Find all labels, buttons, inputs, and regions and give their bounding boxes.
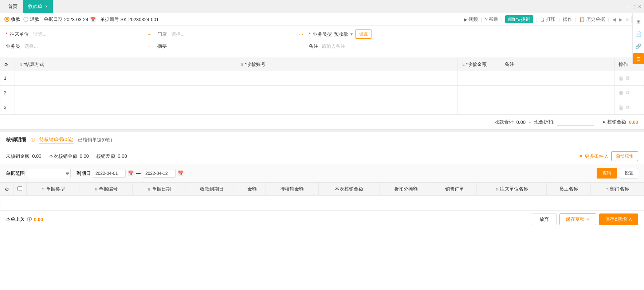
help-icon: ? [485, 17, 487, 22]
operate-button[interactable]: 操作 [563, 16, 572, 23]
bottom-col-checkbox[interactable] [13, 183, 27, 196]
settlement-cell-3[interactable] [15, 100, 236, 115]
list-view-icon[interactable]: ≡ [625, 16, 629, 23]
date-to-input[interactable] [143, 169, 176, 178]
account-cell-2[interactable] [236, 86, 457, 100]
sidebar-table-icon[interactable]: ⊞ [633, 16, 644, 27]
print-button[interactable]: 🖨 打印 [540, 16, 555, 23]
sidebar-attach-icon[interactable]: 🔗 [633, 41, 644, 52]
radio-receive[interactable]: 收款 [4, 16, 20, 23]
delete-icon-2[interactable]: 🗑 [619, 90, 624, 96]
copy-icon-3[interactable]: ⧉ [626, 104, 629, 110]
business-type-dropdown[interactable]: ▾ [350, 31, 353, 37]
sort-icon-number: ⇅ [95, 187, 98, 191]
bottom-col-settings[interactable]: ⚙ [0, 183, 13, 196]
notes-cell-2[interactable] [501, 86, 614, 100]
nav-prev-icon[interactable]: ◀ [612, 17, 616, 22]
store-more-btn[interactable]: ··· [299, 31, 303, 37]
video-button[interactable]: ▶ 视频 [464, 16, 478, 23]
discard-button[interactable]: 放弃 [532, 213, 557, 225]
col-number-label: 单据编号 [99, 186, 118, 192]
sort-icon-dept: ⇅ [606, 187, 609, 191]
date-range: 📅 — 📅 [93, 169, 184, 178]
query-button[interactable]: 查询 [597, 168, 617, 179]
auto-reconcile-button[interactable]: 自动核销 [611, 151, 638, 161]
settlement-cell-1[interactable] [15, 71, 236, 86]
shortcut-label: 快捷键 [516, 16, 530, 23]
footer-info-icon[interactable]: ⓘ [27, 216, 32, 223]
filter-setting-button[interactable]: 设置 [620, 168, 638, 179]
summary-input[interactable] [169, 42, 303, 50]
notes-label: 备注 [309, 43, 318, 50]
action-cell-3: 🗑 ⧉ [615, 100, 644, 115]
delete-icon-3[interactable]: 🗑 [619, 105, 624, 110]
range-label: 单据范围 [6, 170, 25, 177]
help-button[interactable]: ? 帮助 [485, 16, 498, 23]
reconciliation-section: 核销明细 ⓘ 待核销单据(0笔) 已核销单据(0笔) 未核销金额 0.00 本次… [0, 130, 644, 210]
copy-icon-1[interactable]: ⧉ [626, 75, 629, 81]
window-minimize-icon[interactable]: — [625, 4, 631, 9]
save-draft-button[interactable]: 保存草稿 ∧ [559, 213, 596, 225]
footer-left: 本单上欠 ⓘ 0.00 [6, 216, 43, 223]
nav-next-icon[interactable]: ▶ [619, 17, 623, 22]
table-wrapper: ⚙ ⇅ *结算方式 ⇅ *收款账号 ⇅ *收款金额 备注 [0, 58, 644, 115]
amount-cell-2[interactable] [457, 86, 501, 100]
range-select[interactable] [27, 169, 71, 178]
amount-cell-3[interactable] [457, 100, 501, 115]
select-all-checkbox[interactable] [17, 186, 22, 191]
radio-refund-dot [23, 17, 28, 22]
account-cell-1[interactable] [236, 71, 457, 86]
date-to-calendar-icon[interactable]: 📅 [178, 171, 184, 176]
sort-icon-date: ⇅ [148, 187, 150, 191]
store-input[interactable] [169, 30, 297, 38]
reconciliation-header: 核销明细 ⓘ 待核销单据(0笔) 已核销单据(0笔) [0, 132, 644, 148]
single-number-value: SK-20230324-001 [121, 17, 159, 22]
more-filter-btn[interactable]: ▼ 更多条件 ∧ [578, 153, 608, 160]
copy-icon-2[interactable]: ⧉ [626, 90, 629, 96]
video-label: 视频 [468, 16, 478, 23]
tab-home[interactable]: 首页 [3, 0, 23, 13]
tab-close-icon[interactable]: × [45, 4, 48, 9]
sidebar-document-icon[interactable]: 📄 [633, 28, 644, 39]
counterpart-input[interactable] [31, 30, 145, 38]
window-close-icon[interactable]: × [638, 4, 641, 9]
date-from-calendar-icon[interactable]: 📅 [128, 171, 134, 176]
notes-input[interactable] [321, 42, 638, 50]
account-cell-3[interactable] [236, 100, 457, 115]
date-calendar-icon[interactable]: 📅 [90, 17, 96, 22]
notes-cell-1[interactable] [501, 71, 614, 86]
unreconciled-label: 未核销金额 [6, 153, 30, 159]
date-from-input[interactable] [93, 169, 126, 178]
amount-cell-1[interactable] [457, 71, 501, 86]
date-field: 到期日 📅 — 📅 [76, 169, 184, 178]
radio-receive-dot [4, 17, 9, 22]
salesperson-input[interactable] [22, 42, 145, 50]
radio-refund[interactable]: 退款 [23, 16, 39, 23]
reconciliation-info-icon[interactable]: ⓘ [31, 137, 35, 143]
discount-input[interactable] [557, 118, 594, 126]
counterpart-label: 往来单位 [10, 31, 29, 38]
counterpart-more-btn[interactable]: ··· [148, 31, 152, 37]
shortcut-icon: ⌨ [508, 17, 515, 22]
col-settings-header[interactable]: ⚙ [0, 58, 15, 71]
delete-icon-1[interactable]: 🗑 [619, 75, 624, 81]
sort-icon-type: ⇅ [42, 187, 45, 191]
col-action-label: 操作 [619, 62, 628, 67]
help-label: 帮助 [489, 16, 498, 23]
plus-sign: + [529, 119, 531, 125]
business-type-value: 预收款 [334, 31, 348, 38]
range-field: 单据范围 ▾ [6, 169, 71, 178]
setting-button[interactable]: 设置 [355, 30, 372, 39]
salesperson-more-btn[interactable]: ··· [148, 44, 152, 49]
save-new-button[interactable]: 保存&新增 ∧ [599, 213, 638, 225]
window-maximize-icon[interactable]: □ [633, 4, 636, 9]
notes-cell-3[interactable] [501, 100, 614, 115]
shortcut-button[interactable]: ⌨ 快捷键 [505, 15, 533, 23]
pending-tab[interactable]: 待核销单据(0笔) [39, 136, 74, 144]
history-button[interactable]: 📋 历史单据 [579, 16, 605, 23]
done-tab[interactable]: 已核销单据(0笔) [78, 137, 112, 143]
sidebar-screen-icon[interactable]: ⊡ [633, 53, 644, 64]
chevron-up-icon: ∧ [605, 153, 608, 159]
tab-receipt[interactable]: 收款单 × [23, 0, 53, 13]
settlement-cell-2[interactable] [15, 86, 236, 100]
